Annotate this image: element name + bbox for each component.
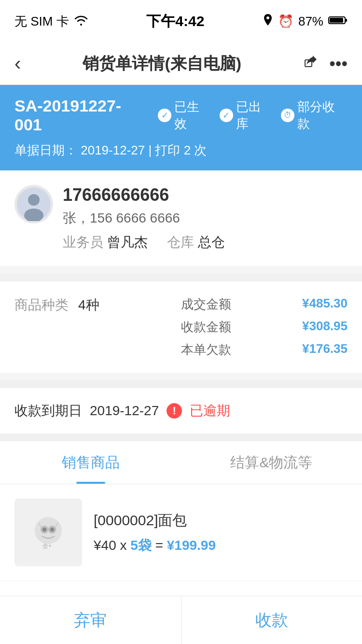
status-bar-left: 无 SIM 卡 <box>14 13 88 30</box>
product-total-1: ¥199.99 <box>167 538 216 553</box>
amount-value: ¥485.30 <box>302 296 348 313</box>
amount-row: 成交金额 ¥485.30 <box>181 296 348 313</box>
tab-active-indicator <box>76 482 105 484</box>
due-label: 收款到期日 <box>14 402 82 420</box>
owed-value: ¥176.35 <box>302 341 348 358</box>
tab-sales-label: 销售商品 <box>62 453 120 473</box>
check-icon-shipped: ✓ <box>220 109 233 122</box>
product-title-1: 面包 <box>158 512 187 528</box>
divider-3 <box>0 434 362 441</box>
avatar <box>14 185 53 224</box>
summary-right: 成交金额 ¥485.30 收款金额 ¥308.95 本单欠款 ¥176.35 <box>181 296 348 358</box>
product-info-1: [0000002]面包 ¥40 x 5袋 = ¥199.99 <box>94 499 348 566</box>
badge-effective: ✓ 已生效 <box>158 98 212 132</box>
overdue-text: 已逾期 <box>190 402 230 420</box>
header-date-line: 单据日期： 2019-12-27 | 打印 2 次 <box>14 142 348 159</box>
tab-sales-products[interactable]: 销售商品 <box>0 441 181 484</box>
salesperson-value: 曾凡杰 <box>107 235 148 250</box>
check-icon-effective: ✓ <box>158 109 171 122</box>
svg-point-11 <box>50 528 54 532</box>
received-row: 收款金额 ¥308.95 <box>181 319 348 336</box>
warehouse-value: 总仓 <box>198 235 225 250</box>
salesperson-field: 业务员 曾凡杰 <box>63 233 148 252</box>
reject-button[interactable]: 弃审 <box>0 596 181 644</box>
summary-section: 商品种类 4种 成交金额 ¥485.30 收款金额 ¥308.95 本单欠款 ¥… <box>0 281 362 373</box>
product-type-row: 商品种类 4种 <box>14 296 181 314</box>
product-name-1: [0000002]面包 <box>94 511 348 531</box>
back-button[interactable]: ‹ <box>14 53 21 74</box>
salesperson-label: 业务员 <box>63 235 103 250</box>
tab-settlement-label: 结算&物流等 <box>230 453 312 473</box>
badge-partial: ⏱ 部分收款 <box>281 98 348 132</box>
badge-partial-label: 部分收款 <box>297 98 348 132</box>
bottom-bar: 弃审 收款 <box>0 596 362 644</box>
product-equals-1: = <box>155 538 167 553</box>
reject-label: 弃审 <box>74 609 107 631</box>
customer-contact: 张，156 6666 6666 <box>63 209 348 227</box>
battery-icon <box>328 14 348 29</box>
warehouse-label: 仓库 <box>167 235 194 250</box>
owed-row: 本单欠款 ¥176.35 <box>181 341 348 358</box>
svg-point-7 <box>35 517 62 544</box>
customer-section: 17666666666 张，156 6666 6666 业务员 曾凡杰 仓库 总… <box>0 170 362 266</box>
order-date: 2019-12-27 <box>81 143 145 157</box>
type-value: 4种 <box>78 296 99 314</box>
svg-rect-2 <box>330 18 343 23</box>
product-quantity-1: 5袋 <box>130 538 152 553</box>
location-icon <box>263 13 273 30</box>
status-time: 下午4:42 <box>146 12 204 31</box>
product-image-1: 垒+ <box>14 499 82 566</box>
tab-settlement[interactable]: 结算&物流等 <box>181 441 362 484</box>
product-unit-price-1: ¥40 <box>94 538 116 553</box>
status-bar-right: ⏰ 87% <box>263 13 348 30</box>
placeholder-1: 垒+ <box>29 513 68 552</box>
due-section: 收款到期日 2019-12-27 ! 已逾期 <box>0 388 362 434</box>
more-icon[interactable]: ••• <box>329 54 348 74</box>
nav-title: 销货单详情(来自电脑) <box>83 53 241 75</box>
customer-meta: 业务员 曾凡杰 仓库 总仓 <box>63 233 348 252</box>
list-item: 垒+ [0000002]面包 ¥40 x 5袋 = ¥199.99 <box>0 484 362 581</box>
overdue-icon: ! <box>167 403 182 419</box>
header-card: SA-20191227-001 ✓ 已生效 ✓ 已出库 ⏱ 部分收款 单据日期：… <box>0 85 362 170</box>
status-badges: ✓ 已生效 ✓ 已出库 ⏱ 部分收款 <box>158 98 348 132</box>
svg-point-10 <box>42 528 46 532</box>
battery-text: 87% <box>298 14 323 29</box>
alarm-icon: ⏰ <box>278 14 293 29</box>
svg-rect-1 <box>345 19 347 22</box>
badge-effective-label: 已生效 <box>174 98 212 132</box>
product-multiply-1: x <box>120 538 131 553</box>
svg-point-5 <box>28 194 40 206</box>
status-bar: 无 SIM 卡 下午4:42 ⏰ 87% <box>0 0 362 42</box>
warehouse-field: 仓库 总仓 <box>167 233 225 252</box>
due-date: 2019-12-27 <box>90 403 159 419</box>
received-value: ¥308.95 <box>302 319 348 336</box>
svg-text:垒+: 垒+ <box>42 543 52 549</box>
share-icon[interactable] <box>303 53 320 74</box>
summary-left: 商品种类 4种 <box>14 296 181 314</box>
collect-button[interactable]: 收款 <box>181 596 362 644</box>
owed-label: 本单欠款 <box>181 341 231 358</box>
badge-shipped: ✓ 已出库 <box>220 98 274 132</box>
avatar-icon <box>17 187 51 221</box>
wifi-icon <box>74 14 88 29</box>
customer-id: 17666666666 <box>63 185 348 205</box>
order-id: SA-20191227-001 <box>14 97 148 134</box>
product-placeholder-icon: 垒+ <box>29 513 68 552</box>
amount-label: 成交金额 <box>181 296 231 313</box>
product-price-line-1: ¥40 x 5袋 = ¥199.99 <box>94 536 348 555</box>
divider-2 <box>0 380 362 388</box>
clock-icon-partial: ⏱ <box>281 109 294 122</box>
print-count: | 打印 2 次 <box>148 143 207 157</box>
product-code-1: [0000002] <box>94 512 158 528</box>
customer-info: 17666666666 张，156 6666 6666 业务员 曾凡杰 仓库 总… <box>63 185 348 252</box>
divider-1 <box>0 274 362 281</box>
collect-label: 收款 <box>255 609 288 631</box>
tabs: 销售商品 结算&物流等 <box>0 441 362 484</box>
type-label: 商品种类 <box>14 296 69 314</box>
nav-bar: ‹ 销货单详情(来自电脑) ••• <box>0 42 362 85</box>
date-label: 单据日期： <box>14 143 77 157</box>
received-label: 收款金额 <box>181 319 231 336</box>
sim-status: 无 SIM 卡 <box>14 13 69 30</box>
badge-shipped-label: 已出库 <box>236 98 274 132</box>
nav-actions: ••• <box>303 53 348 74</box>
